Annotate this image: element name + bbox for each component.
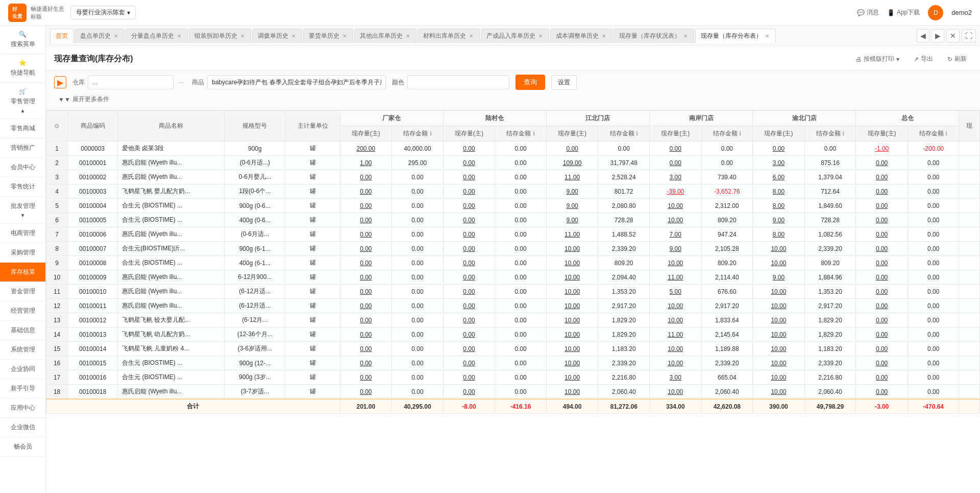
table-cell[interactable]: [959, 313, 980, 327]
table-cell[interactable]: 0.00: [908, 285, 959, 299]
table-cell[interactable]: 00100007: [68, 242, 118, 256]
table-cell[interactable]: (0-6月适...: [225, 227, 285, 242]
table-cell[interactable]: 0.00: [908, 156, 959, 170]
sidebar-item-appcenter[interactable]: 应用中心: [0, 398, 45, 418]
table-cell[interactable]: 飞鹤星飞帆 儿童奶粉 4...: [118, 342, 225, 356]
table-cell[interactable]: 惠氏启能 (Wyeth illu...: [118, 299, 225, 313]
sidebar-item-marketing[interactable]: 营销推广: [0, 138, 45, 158]
sidebar-item-retail-mgmt[interactable]: 🛒 零售管理 ▲: [0, 83, 45, 119]
table-cell[interactable]: 31,797.48: [598, 156, 650, 170]
table-cell[interactable]: 0.00: [908, 342, 959, 356]
tab-close-assembly[interactable]: ✕: [239, 33, 246, 39]
industry-selector[interactable]: 母婴行业演示陈套 ▾: [70, 6, 136, 19]
table-cell[interactable]: 9.00: [546, 213, 598, 227]
table-cell[interactable]: 0.00: [340, 285, 392, 299]
table-cell[interactable]: [959, 327, 980, 342]
table-cell[interactable]: 0.00: [340, 313, 392, 327]
table-cell[interactable]: 10.00: [753, 313, 805, 327]
table-cell[interactable]: 00100005: [68, 213, 118, 227]
sidebar-item-retail-shop[interactable]: 零售商城: [0, 119, 45, 138]
table-cell[interactable]: 0.00: [495, 184, 547, 199]
sidebar-item-retail-stats[interactable]: 零售统计: [0, 177, 45, 197]
table-cell[interactable]: 0.00: [443, 370, 495, 385]
table-cell[interactable]: 罐: [285, 242, 340, 256]
table-cell[interactable]: 400g (0-6...: [225, 213, 285, 227]
table-cell[interactable]: 0.00: [753, 142, 805, 156]
table-cell[interactable]: 2,114.40: [701, 270, 753, 285]
table-cell[interactable]: 0.00: [392, 385, 444, 400]
table-cell[interactable]: 0.00: [856, 313, 908, 327]
table-cell[interactable]: 2,216.80: [598, 370, 650, 385]
table-cell[interactable]: 1,833.64: [701, 313, 753, 327]
table-cell[interactable]: 罐: [285, 370, 340, 385]
table-cell[interactable]: 2,339.20: [701, 356, 753, 370]
sidebar-item-inventory[interactable]: 库存核算: [0, 263, 45, 282]
table-cell[interactable]: 罐: [285, 156, 340, 170]
table-cell[interactable]: 0.00: [701, 156, 753, 170]
tab-next-btn[interactable]: ▶: [932, 29, 944, 42]
table-cell[interactable]: 10.00: [753, 299, 805, 313]
table-cell[interactable]: [959, 285, 980, 299]
sidebar-item-operation[interactable]: 经营管理: [0, 301, 45, 321]
tab-close-cost-adjust[interactable]: ✕: [601, 33, 607, 39]
table-cell[interactable]: 9.00: [753, 213, 805, 227]
print-btn[interactable]: 🖨 按模版打印 ▾: [850, 52, 904, 66]
tab-maximize-btn[interactable]: ⛶: [962, 29, 976, 42]
table-cell[interactable]: 0.00: [856, 385, 908, 400]
table-cell[interactable]: 0.00: [443, 242, 495, 256]
table-cell[interactable]: 罐: [285, 256, 340, 270]
table-cell[interactable]: 200.00: [340, 142, 392, 156]
tab-other-out[interactable]: 其他出库单历史 ✕: [354, 29, 416, 43]
table-cell[interactable]: 0.00: [392, 342, 444, 356]
table-cell[interactable]: 665.04: [701, 370, 753, 385]
table-cell[interactable]: 676.60: [701, 285, 753, 299]
table-cell[interactable]: 11.00: [650, 270, 702, 285]
table-cell[interactable]: 1,849.60: [804, 199, 856, 213]
table-cell[interactable]: 罐: [285, 199, 340, 213]
table-cell[interactable]: 900g: [225, 142, 285, 156]
table-cell[interactable]: 10.00: [650, 213, 702, 227]
table-cell[interactable]: 10.00: [546, 256, 598, 270]
app-download-action[interactable]: 📱 App下载: [887, 8, 920, 17]
table-cell[interactable]: 0.00: [598, 142, 650, 156]
table-cell[interactable]: 739.40: [701, 170, 753, 184]
table-cell[interactable]: 0.00: [495, 142, 547, 156]
tab-close-other-out[interactable]: ✕: [405, 33, 411, 39]
table-cell[interactable]: 10.00: [546, 242, 598, 256]
table-cell[interactable]: 0.00: [443, 227, 495, 242]
table-cell[interactable]: 0.00: [340, 356, 392, 370]
tab-close-transfer[interactable]: ✕: [290, 33, 297, 39]
table-cell[interactable]: 0.00: [443, 327, 495, 342]
th-settings[interactable]: ⚙: [46, 111, 68, 142]
table-cell[interactable]: 40,000.00: [392, 142, 444, 156]
table-cell[interactable]: -1.00: [856, 142, 908, 156]
table-cell[interactable]: 0.00: [340, 256, 392, 270]
table-cell[interactable]: 2,917.20: [804, 299, 856, 313]
tab-product-in[interactable]: 产成品入库单历史 ✕: [481, 29, 549, 43]
table-cell[interactable]: 0.00: [856, 170, 908, 184]
table-cell[interactable]: 0.00: [856, 285, 908, 299]
table-cell[interactable]: 0.00: [908, 184, 959, 199]
table-cell[interactable]: 2,339.20: [804, 356, 856, 370]
avatar[interactable]: D: [928, 5, 943, 20]
table-cell[interactable]: 900g (0-6...: [225, 199, 285, 213]
table-cell[interactable]: 00100013: [68, 327, 118, 342]
table-cell[interactable]: 00100001: [68, 156, 118, 170]
table-cell[interactable]: 0.00: [392, 170, 444, 184]
table-cell[interactable]: 0.00: [443, 184, 495, 199]
table-cell[interactable]: 1段(0-6个...: [225, 184, 285, 199]
table-cell[interactable]: 1,353.20: [598, 285, 650, 299]
table-cell[interactable]: 11.00: [650, 327, 702, 342]
table-cell[interactable]: 0.00: [856, 342, 908, 356]
table-cell[interactable]: -200.00: [908, 142, 959, 156]
table-cell[interactable]: 爱他美 卤莱3段: [118, 142, 225, 156]
msg-action[interactable]: 💬 消息: [857, 8, 879, 17]
table-cell[interactable]: 900g (3岁...: [225, 370, 285, 385]
sidebar-item-enterprise[interactable]: 企业协同: [0, 360, 45, 379]
tab-prev-btn[interactable]: ◀: [917, 29, 929, 42]
table-cell[interactable]: 0.00: [546, 142, 598, 156]
table-cell[interactable]: 罐: [285, 285, 340, 299]
table-cell[interactable]: -3,652.76: [701, 184, 753, 199]
table-cell[interactable]: 10.00: [753, 342, 805, 356]
table-cell[interactable]: 00100011: [68, 299, 118, 313]
